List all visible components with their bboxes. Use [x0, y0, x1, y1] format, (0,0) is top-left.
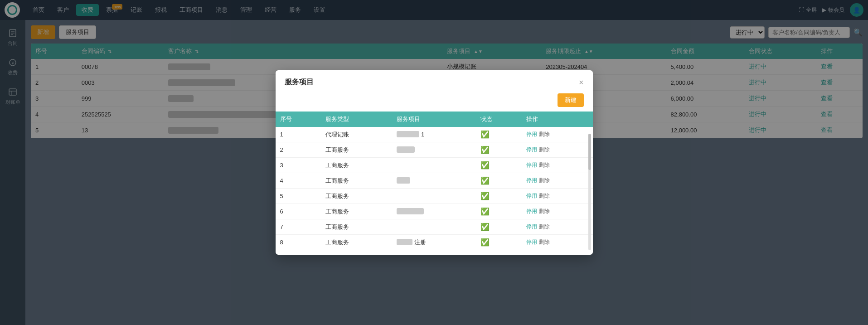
modal-row-status: ✅ [476, 127, 522, 142]
modal-table-row: 2 工商服务 █ ✅ 停用 删除 [276, 142, 593, 158]
delete-button[interactable]: 删除 [539, 208, 550, 215]
delete-button[interactable]: 删除 [539, 223, 550, 231]
stop-button[interactable]: 停用 [526, 161, 537, 169]
modal-row-status: ✅ [476, 173, 522, 189]
modal-row-seq: 7 [276, 219, 321, 235]
modal-row-item [392, 189, 476, 204]
stop-button[interactable]: 停用 [526, 208, 537, 215]
modal-row-item: █ 注册 [392, 235, 476, 250]
modal-row-seq: 3 [276, 158, 321, 173]
modal-col-action: 操作 [522, 112, 593, 127]
modal-table-row: 8 工商服务 █ 注册 ✅ 停用 删除 [276, 235, 593, 250]
modal-row-actions: 停用 删除 [522, 235, 593, 250]
modal-header: 服务项目 × [276, 70, 593, 92]
modal-toolbar: 新建 [276, 92, 593, 112]
modal-table-row: 6 工商服务 █ ✅ 停用 删除 [276, 204, 593, 219]
active-status-icon: ✅ [480, 192, 490, 200]
modal-col-seq: 序号 [276, 112, 321, 127]
scrollbar-thumb [588, 134, 591, 170]
modal-overlay[interactable]: 服务项目 × 新建 序号 服务类型 服务项目 状态 操作 [0, 0, 868, 325]
delete-button[interactable]: 删除 [539, 238, 550, 246]
modal-row-actions: 停用 删除 [522, 127, 593, 142]
modal-close-button[interactable]: × [579, 78, 584, 87]
modal-row-actions: 停用 删除 [522, 219, 593, 235]
modal-row-item: █ [392, 142, 476, 158]
modal-row-type: 工商服务 [321, 204, 392, 219]
service-items-modal: 服务项目 × 新建 序号 服务类型 服务项目 状态 操作 [276, 70, 593, 255]
modal-table-row: 3 工商服务 ✅ 停用 删除 [276, 158, 593, 173]
modal-col-item: 服务项目 [392, 112, 476, 127]
modal-row-actions: 停用 删除 [522, 142, 593, 158]
modal-row-item: █ [392, 173, 476, 189]
modal-table-row: 7 工商服务 ✅ 停用 删除 [276, 219, 593, 235]
delete-button[interactable]: 删除 [539, 146, 550, 154]
modal-row-type: 工商服务 [321, 219, 392, 235]
modal-row-seq: 1 [276, 127, 321, 142]
modal-table-row: 5 工商服务 ✅ 停用 删除 [276, 189, 593, 204]
active-status-icon: ✅ [480, 146, 490, 154]
modal-row-seq: 8 [276, 235, 321, 250]
stop-button[interactable]: 停用 [526, 177, 537, 184]
delete-button[interactable]: 删除 [539, 131, 550, 138]
modal-row-seq: 5 [276, 189, 321, 204]
modal-col-status: 状态 [476, 112, 522, 127]
modal-col-type: 服务类型 [321, 112, 392, 127]
modal-title: 服务项目 [285, 78, 314, 87]
modal-row-type: 工商服务 [321, 142, 392, 158]
modal-row-seq: 6 [276, 204, 321, 219]
modal-row-seq: 4 [276, 173, 321, 189]
active-status-icon: ✅ [480, 238, 490, 246]
service-items-table: 序号 服务类型 服务项目 状态 操作 1 代理记账 █ 1 ✅ 停用 [276, 112, 593, 250]
delete-button[interactable]: 删除 [539, 192, 550, 200]
active-status-icon: ✅ [480, 131, 490, 138]
active-status-icon: ✅ [480, 223, 490, 231]
delete-button[interactable]: 删除 [539, 177, 550, 184]
active-status-icon: ✅ [480, 177, 490, 184]
modal-scrollbar[interactable] [588, 134, 591, 250]
modal-new-button[interactable]: 新建 [558, 93, 584, 107]
stop-button[interactable]: 停用 [526, 131, 537, 138]
modal-row-actions: 停用 删除 [522, 189, 593, 204]
modal-row-type: 工商服务 [321, 189, 392, 204]
modal-body: 序号 服务类型 服务项目 状态 操作 1 代理记账 █ 1 ✅ 停用 [276, 112, 593, 255]
modal-row-type: 工商服务 [321, 158, 392, 173]
modal-table-row: 1 代理记账 █ 1 ✅ 停用 删除 [276, 127, 593, 142]
stop-button[interactable]: 停用 [526, 223, 537, 231]
modal-row-status: ✅ [476, 235, 522, 250]
modal-table-row: 4 工商服务 █ ✅ 停用 删除 [276, 173, 593, 189]
modal-row-status: ✅ [476, 142, 522, 158]
active-status-icon: ✅ [480, 208, 490, 215]
modal-row-actions: 停用 删除 [522, 158, 593, 173]
stop-button[interactable]: 停用 [526, 238, 537, 246]
modal-row-item: █ [392, 204, 476, 219]
modal-row-actions: 停用 删除 [522, 173, 593, 189]
stop-button[interactable]: 停用 [526, 192, 537, 200]
modal-row-status: ✅ [476, 158, 522, 173]
modal-row-item: █ 1 [392, 127, 476, 142]
modal-row-type: 工商服务 [321, 235, 392, 250]
modal-row-type: 工商服务 [321, 173, 392, 189]
modal-row-seq: 2 [276, 142, 321, 158]
modal-row-item [392, 219, 476, 235]
active-status-icon: ✅ [480, 161, 490, 169]
delete-button[interactable]: 删除 [539, 161, 550, 169]
stop-button[interactable]: 停用 [526, 146, 537, 154]
modal-row-type: 代理记账 [321, 127, 392, 142]
modal-row-actions: 停用 删除 [522, 204, 593, 219]
modal-row-status: ✅ [476, 219, 522, 235]
modal-row-item [392, 158, 476, 173]
modal-row-status: ✅ [476, 189, 522, 204]
modal-row-status: ✅ [476, 204, 522, 219]
